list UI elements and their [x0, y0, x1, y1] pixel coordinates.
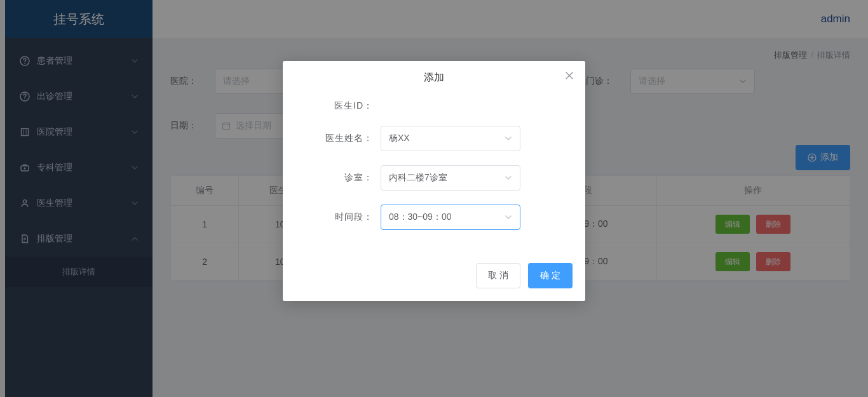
form-row-doctor-id: 医生ID： — [302, 100, 560, 112]
form-label: 医生ID： — [302, 100, 381, 112]
slot-select[interactable]: 08：30~09：00 — [381, 205, 520, 230]
form-label: 诊室： — [302, 172, 381, 184]
chevron-down-icon — [505, 174, 512, 182]
form-label: 医生姓名： — [302, 133, 381, 144]
dialog-footer: 取 消 确 定 — [283, 257, 585, 301]
select-value: 杨XX — [389, 133, 410, 144]
form-row-slot: 时间段： 08：30~09：00 — [302, 205, 560, 230]
ok-button[interactable]: 确 定 — [528, 263, 573, 288]
app-root: 挂号系统 患者管理 出诊管理 — [0, 0, 868, 397]
dialog-header: 添加 — [283, 61, 585, 94]
chevron-down-icon — [505, 135, 512, 142]
form-label: 时间段： — [302, 212, 381, 223]
doctor-name-select[interactable]: 杨XX — [381, 126, 520, 151]
dialog-body: 医生ID： 医生姓名： 杨XX 诊室： — [283, 94, 585, 257]
dialog-title: 添加 — [424, 71, 444, 84]
modal-mask[interactable]: 添加 医生ID： 医生姓名： 杨XX — [0, 0, 868, 397]
cancel-button[interactable]: 取 消 — [476, 263, 520, 288]
select-value: 08：30~09：00 — [389, 212, 451, 223]
form-row-doctor-name: 医生姓名： 杨XX — [302, 126, 560, 151]
chevron-down-icon — [505, 213, 512, 221]
room-select[interactable]: 内科二楼7诊室 — [381, 165, 520, 191]
select-value: 内科二楼7诊室 — [389, 172, 447, 184]
add-dialog: 添加 医生ID： 医生姓名： 杨XX — [283, 61, 585, 301]
form-row-room: 诊室： 内科二楼7诊室 — [302, 165, 560, 191]
close-icon[interactable] — [565, 71, 574, 80]
